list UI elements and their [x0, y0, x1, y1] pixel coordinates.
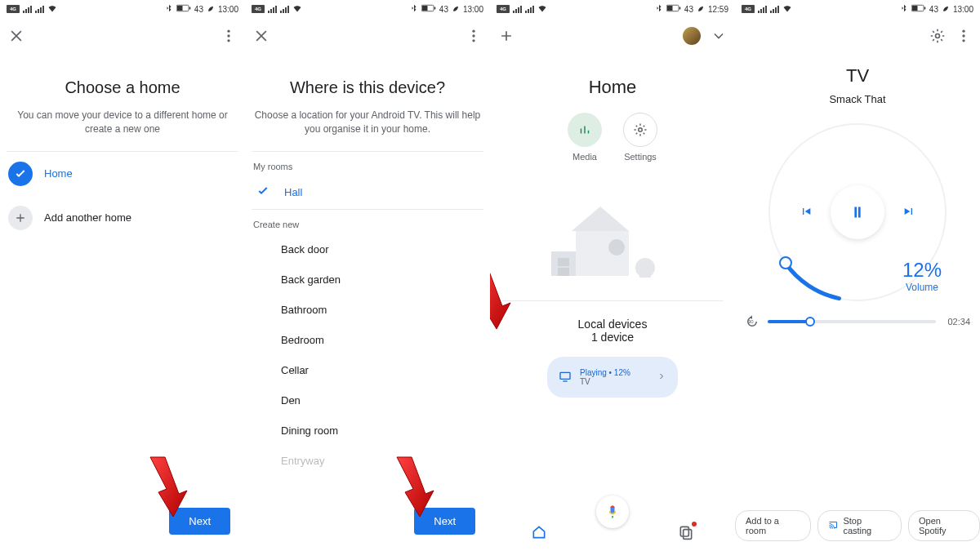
clock: 13:00	[463, 5, 483, 14]
room-option[interactable]: Back door	[245, 234, 490, 264]
create-new-header: Create new	[245, 210, 490, 234]
seek-bar[interactable]	[768, 320, 936, 323]
volume-dial[interactable]: 12% Volume	[764, 118, 951, 306]
chip-add-room[interactable]: Add to a room	[735, 510, 811, 541]
room-option[interactable]: Den	[245, 385, 490, 415]
home-option-selected[interactable]: Home	[0, 152, 245, 196]
bluetooth-icon	[900, 4, 908, 14]
room-option[interactable]: Back garden	[245, 264, 490, 295]
volume-pct: 12%	[902, 259, 942, 282]
room-option[interactable]: Bedroom	[245, 325, 490, 355]
svg-point-11	[472, 39, 474, 42]
battery-icon	[176, 4, 191, 14]
home-title: Home	[490, 77, 735, 98]
replay-30-icon[interactable]: 30	[745, 314, 760, 329]
volume-word: Volume	[902, 282, 942, 293]
screen-tv-remote: 4G 43 13:00	[735, 0, 980, 551]
svg-point-4	[227, 34, 229, 37]
volume-knob-icon[interactable]	[779, 256, 792, 269]
leaf-icon	[207, 4, 215, 14]
svg-rect-8	[434, 7, 436, 10]
action-chips: Add to a room Stop casting Open Spotify	[735, 510, 980, 541]
svg-rect-1	[177, 6, 183, 11]
room-option[interactable]: Entryway	[245, 446, 490, 476]
my-rooms-header: My rooms	[245, 152, 490, 176]
prev-track-icon[interactable]	[800, 205, 813, 220]
page-subtitle: Choose a location for your Android TV. T…	[245, 109, 490, 136]
device-card-tv[interactable]: Playing • 12% TV	[547, 357, 678, 398]
svg-point-32	[962, 34, 964, 37]
bluetooth-icon	[165, 4, 173, 14]
clock: 13:00	[218, 5, 238, 14]
app-bar	[735, 18, 980, 54]
room-option[interactable]: Dining room	[245, 415, 490, 446]
next-track-icon[interactable]	[902, 205, 915, 220]
seek-fill	[768, 320, 810, 323]
playback-controls	[800, 185, 915, 239]
screen-choose-home: 4G 43 13:00	[0, 0, 245, 551]
network-badge-icon: 4G	[497, 5, 510, 13]
screen-home: 4G 43 12:59	[490, 0, 735, 551]
status-bar: 4G 43 12:59	[490, 0, 735, 18]
svg-point-31	[962, 30, 964, 33]
battery-icon	[666, 4, 681, 14]
chip-label: Open Spotify	[919, 516, 969, 535]
chip-label: Add to a room	[746, 516, 800, 535]
mic-button[interactable]	[596, 495, 629, 528]
leaf-icon	[697, 4, 705, 14]
track-title: Smack That	[735, 93, 980, 105]
close-icon[interactable]	[8, 28, 24, 44]
cast-icon	[828, 520, 838, 531]
screen-where-device: 4G 43 13:00	[245, 0, 490, 551]
network-badge-icon: 4G	[252, 5, 265, 13]
page-subtitle: You can move your device to a different …	[0, 109, 245, 136]
seek-thumb[interactable]	[805, 317, 815, 327]
signal-icon	[268, 5, 277, 13]
chip-stop-casting[interactable]: Stop casting	[817, 510, 902, 541]
chevron-right-icon	[657, 371, 666, 384]
chip-open-spotify[interactable]: Open Spotify	[908, 510, 980, 541]
nav-home-icon[interactable]	[531, 524, 547, 543]
next-button[interactable]: Next	[414, 508, 475, 535]
more-icon[interactable]	[956, 28, 972, 44]
gear-icon[interactable]	[929, 28, 946, 44]
next-button[interactable]: Next	[169, 508, 230, 535]
svg-point-3	[227, 30, 229, 33]
svg-rect-29	[924, 7, 926, 10]
add-home-label: Add another home	[44, 211, 131, 224]
battery-pct: 43	[194, 5, 203, 14]
more-icon[interactable]	[466, 28, 482, 44]
media-shortcut[interactable]: Media	[568, 113, 602, 162]
svg-rect-26	[684, 529, 692, 539]
room-option[interactable]: Cellar	[245, 355, 490, 385]
home-option-label: Home	[44, 167, 73, 180]
nav-activity-icon[interactable]	[678, 524, 694, 543]
wifi-icon	[47, 3, 57, 15]
room-hall-selected[interactable]: Hall	[245, 176, 490, 209]
settings-shortcut[interactable]: Settings	[623, 113, 657, 162]
svg-point-10	[472, 34, 474, 37]
local-devices-section: Local devices 1 device Playing • 12% TV	[490, 318, 735, 398]
chevron-down-icon[interactable]	[710, 28, 727, 44]
add-home-option[interactable]: Add another home	[0, 196, 245, 240]
media-icon	[568, 113, 602, 147]
room-option[interactable]: Bathroom	[245, 295, 490, 325]
wifi-icon	[537, 3, 547, 15]
device-title: TV	[735, 65, 980, 87]
avatar[interactable]	[683, 27, 701, 45]
signal-icon	[513, 5, 522, 13]
svg-point-30	[936, 34, 940, 38]
pause-button[interactable]	[831, 185, 884, 239]
svg-rect-23	[639, 268, 651, 278]
add-icon[interactable]	[498, 28, 514, 44]
more-icon[interactable]	[220, 28, 237, 44]
leaf-icon	[452, 4, 460, 14]
battery-icon	[421, 4, 436, 14]
content: Where is this device? Choose a location …	[245, 54, 490, 551]
settings-label: Settings	[624, 152, 657, 162]
close-icon[interactable]	[253, 28, 270, 44]
media-label: Media	[572, 152, 597, 162]
battery-pct: 43	[684, 5, 693, 14]
divider	[501, 300, 724, 301]
svg-point-9	[472, 30, 474, 33]
